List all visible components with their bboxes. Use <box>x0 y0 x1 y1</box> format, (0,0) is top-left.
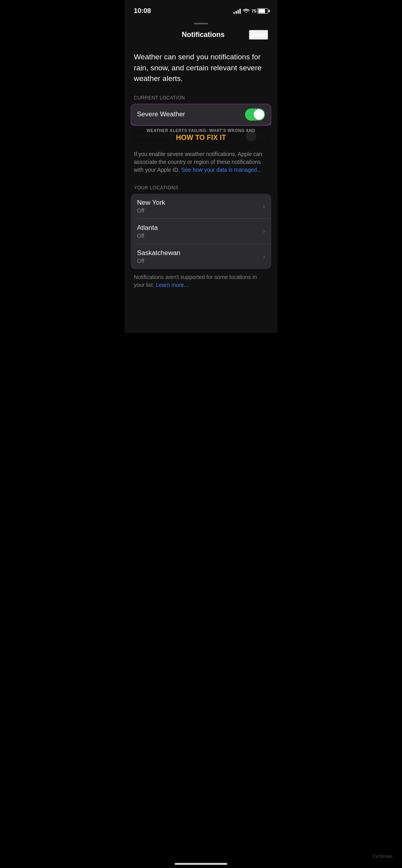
sheet-handle <box>194 23 208 24</box>
atlanta-name: Atlanta <box>137 224 158 232</box>
privacy-note: If you enable severe weather notificatio… <box>124 147 278 174</box>
new-york-name: New York <box>137 199 165 207</box>
banner-overlay: WEATHER ALERTS FAILING: WHAT'S WRONG AND… <box>131 125 271 147</box>
battery-indicator: 75 <box>252 8 268 14</box>
your-locations-section: YOUR LOCATIONS New York Off › Atlanta Of… <box>124 185 278 289</box>
signal-bars-icon <box>234 8 241 14</box>
privacy-link[interactable]: See how your data is managed... <box>181 167 262 173</box>
locations-note-text: Notifications aren't supported for some … <box>134 274 257 288</box>
location-row-saskatchewan[interactable]: Saskatchewan Off › <box>131 244 271 269</box>
new-york-info: New York Off <box>137 199 165 214</box>
status-bar: 10:08 75 <box>124 0 278 20</box>
current-location-header: CURRENT LOCATION <box>124 95 278 104</box>
saskatchewan-name: Saskatchewan <box>137 249 181 257</box>
your-locations-header: YOUR LOCATIONS <box>124 185 278 194</box>
current-location-section: CURRENT LOCATION Severe Weather Next-Hou… <box>124 95 278 147</box>
atlanta-info: Atlanta Off <box>137 224 158 239</box>
severe-weather-label: Severe Weather <box>137 110 185 118</box>
wifi-icon <box>243 8 249 14</box>
new-york-chevron-icon: › <box>263 203 265 210</box>
saskatchewan-info: Saskatchewan Off <box>137 249 181 264</box>
nav-bar: Notifications Done <box>124 26 278 44</box>
new-york-status: Off <box>137 207 165 214</box>
locations-note: Notifications aren't supported for some … <box>124 269 278 289</box>
location-row-new-york[interactable]: New York Off › <box>131 194 271 219</box>
page-title: Notifications <box>157 31 249 39</box>
current-location-group: Severe Weather Next-Hour Precipitation W… <box>131 104 271 147</box>
atlanta-status: Off <box>137 233 158 239</box>
saskatchewan-status: Off <box>137 258 181 264</box>
page-wrapper: 10:08 75 <box>124 0 278 333</box>
learn-more-link[interactable]: Learn more... <box>156 282 188 288</box>
done-button[interactable]: Done <box>249 30 268 40</box>
location-row-atlanta[interactable]: Atlanta Off › <box>131 219 271 244</box>
status-time: 10:08 <box>134 7 151 15</box>
description-text: Weather can send you notifications for r… <box>124 44 278 95</box>
battery-text: 75 <box>252 9 256 13</box>
banner-main-text: HOW TO FIX IT <box>176 134 226 142</box>
severe-weather-row: Severe Weather <box>131 104 271 125</box>
locations-group: New York Off › Atlanta Off › Saskatchewa… <box>131 194 271 269</box>
severe-weather-toggle[interactable] <box>245 108 265 121</box>
battery-icon <box>257 8 268 14</box>
atlanta-chevron-icon: › <box>263 228 265 235</box>
sheet-handle-container <box>124 20 278 26</box>
banner-top-text: WEATHER ALERTS FAILING: WHAT'S WRONG AND <box>146 128 255 133</box>
saskatchewan-chevron-icon: › <box>263 253 265 260</box>
next-hour-row-wrapper: Next-Hour Precipitation WEATHER ALERTS F… <box>131 125 271 147</box>
status-icons: 75 <box>234 8 268 14</box>
